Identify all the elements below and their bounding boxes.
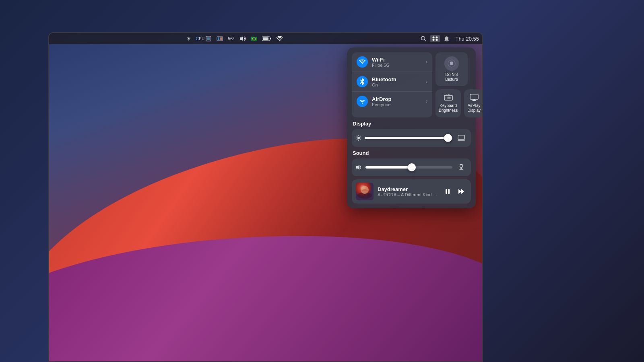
volume-slider-thumb[interactable]: [408, 163, 416, 171]
airdrop-chevron-icon: ›: [426, 99, 427, 104]
do-not-disturb-tile[interactable]: Do Not Disturb: [436, 52, 468, 86]
svg-rect-37: [458, 135, 464, 140]
bluetooth-tile-subtitle: On: [372, 82, 396, 87]
sound-section-label: Sound: [352, 150, 471, 156]
cpu-menubar-icon[interactable]: CPU: [194, 35, 213, 43]
svg-point-14: [436, 39, 438, 41]
airdrop-tile-subtitle: Everyone: [372, 102, 391, 107]
network-tile-group: Wi-Fi Filipe 5G › Bluetooth On ›: [352, 52, 432, 117]
wifi-tile-subtitle: Filipe 5G: [372, 63, 390, 68]
svg-rect-45: [446, 189, 447, 194]
display-section: Display: [352, 121, 471, 147]
keyboard-brightness-tile[interactable]: Keyboard Brightness: [436, 89, 461, 117]
airplay-display-label: AirPlay Display: [467, 103, 481, 113]
memory-menubar-icon[interactable]: [215, 35, 225, 43]
svg-rect-7: [270, 38, 271, 39]
control-center-menubar-icon[interactable]: [430, 35, 440, 42]
brightness-slider-thumb[interactable]: [444, 134, 452, 142]
airplay-audio-icon[interactable]: [456, 162, 467, 173]
wifi-tile[interactable]: Wi-Fi Filipe 5G ›: [352, 52, 432, 72]
battery-menubar-icon[interactable]: [260, 35, 273, 42]
keyboard-brightness-icon: [444, 94, 453, 101]
svg-rect-26: [470, 94, 478, 99]
control-center-panel: Wi-Fi Filipe 5G › Bluetooth On ›: [347, 47, 476, 208]
temperature-menubar-icon[interactable]: 56°: [226, 35, 236, 42]
svg-marker-39: [356, 165, 359, 170]
svg-marker-48: [461, 189, 464, 194]
do-not-disturb-label: Do Not Disturb: [440, 72, 464, 82]
bluetooth-chevron-icon: ›: [426, 79, 427, 84]
svg-rect-4: [220, 37, 222, 40]
airdrop-tile-icon: [357, 96, 368, 107]
track-artist: AURORA – A Different Kind of…: [378, 192, 438, 197]
svg-marker-5: [240, 36, 243, 41]
track-title: Daydreamer: [378, 186, 438, 192]
svg-marker-47: [458, 189, 461, 194]
notification-center-icon[interactable]: [442, 35, 451, 42]
brightness-slider-icon: [356, 135, 361, 141]
svg-point-13: [433, 39, 435, 41]
svg-rect-46: [448, 189, 450, 194]
volume-slider[interactable]: [365, 166, 452, 169]
svg-line-24: [447, 95, 447, 95]
svg-rect-3: [218, 37, 219, 40]
wifi-tile-icon: [357, 56, 368, 68]
keyboard-brightness-label: Keyboard Brightness: [439, 103, 458, 113]
brightness-slider-row[interactable]: [352, 129, 471, 147]
airplay-display-icon: [470, 94, 479, 101]
volume-slider-icon: [356, 165, 362, 170]
bluetooth-tile[interactable]: Bluetooth On ›: [352, 72, 432, 92]
svg-line-35: [357, 140, 357, 140]
svg-line-34: [360, 140, 361, 140]
wifi-menubar-icon[interactable]: [275, 35, 285, 42]
flag-menubar-icon[interactable]: 🇧🇷: [249, 35, 259, 43]
svg-point-41: [460, 165, 463, 168]
wifi-tile-label: Wi-Fi: [372, 57, 390, 63]
display-options-icon[interactable]: [456, 132, 467, 144]
pause-button[interactable]: [442, 186, 453, 197]
svg-point-11: [433, 37, 435, 39]
volume-slider-row[interactable]: [352, 158, 471, 176]
svg-line-25: [450, 95, 450, 95]
brightness-slider[interactable]: [365, 137, 452, 139]
now-playing-section: Daydreamer AURORA – A Different Kind of…: [352, 179, 471, 204]
album-art: [356, 183, 374, 200]
display-section-label: Display: [352, 121, 471, 127]
spotlight-icon[interactable]: [419, 35, 428, 42]
svg-point-28: [357, 137, 360, 139]
svg-line-10: [425, 40, 426, 41]
skip-forward-button[interactable]: [456, 186, 467, 197]
sound-section: Sound: [352, 150, 471, 176]
airdrop-tile-label: AirDrop: [372, 96, 391, 102]
playback-controls: [442, 186, 467, 197]
svg-point-15: [362, 103, 363, 104]
svg-rect-8: [263, 37, 268, 40]
svg-rect-1: [207, 37, 210, 40]
airplay-display-tile[interactable]: AirPlay Display: [464, 89, 483, 117]
menubar-time: Thu 20:55: [455, 36, 479, 42]
wifi-chevron-icon: ›: [426, 59, 427, 65]
volume-menubar-icon[interactable]: [238, 35, 248, 42]
svg-line-36: [360, 136, 361, 136]
airdrop-tile[interactable]: AirDrop Everyone ›: [352, 92, 432, 111]
do-not-disturb-icon: [444, 56, 459, 71]
svg-point-12: [436, 37, 438, 39]
brightness-menubar-icon[interactable]: ☀: [185, 35, 193, 43]
menubar: ☀ CPU 56° 🇧🇷: [49, 33, 482, 44]
bluetooth-tile-label: Bluetooth: [372, 76, 396, 82]
svg-line-33: [357, 136, 357, 136]
bluetooth-tile-icon: [357, 76, 368, 87]
